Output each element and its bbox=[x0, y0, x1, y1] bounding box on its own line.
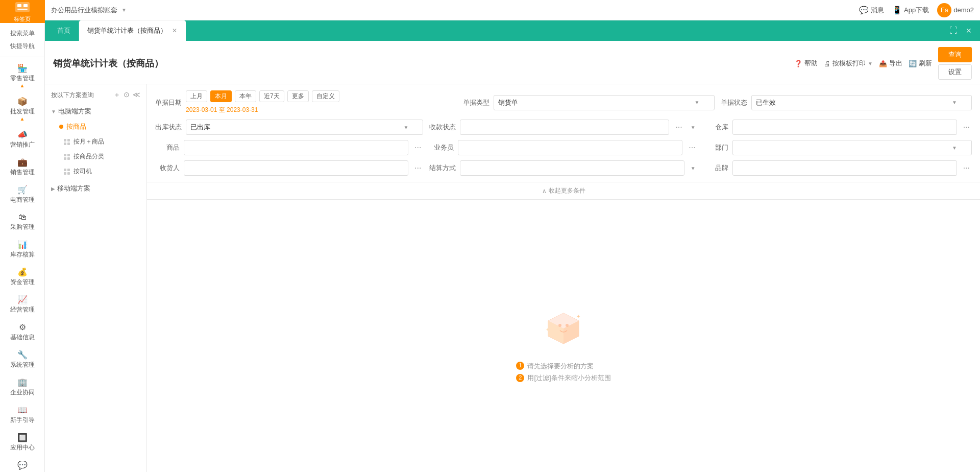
product-dots[interactable]: ··· bbox=[412, 143, 423, 152]
tab-home-label: 首页 bbox=[57, 26, 70, 35]
help-btn[interactable]: ❓ 帮助 bbox=[794, 59, 818, 68]
bill-status-chevron: ▼ bbox=[952, 100, 957, 105]
consignee-input[interactable] bbox=[184, 160, 408, 176]
date-btn-more[interactable]: 更多 bbox=[287, 90, 309, 102]
sidebar-item-marketing[interactable]: 📣 营销推广 bbox=[0, 126, 44, 153]
message-btn[interactable]: 💬 消息 bbox=[859, 6, 884, 15]
svg-rect-3 bbox=[17, 9, 28, 10]
receipt-dots[interactable]: ··· bbox=[673, 123, 684, 132]
sidebar-item-finance[interactable]: 💰 资金管理 bbox=[0, 263, 44, 291]
sidebar-item-inventory[interactable]: 📊 库存核算 bbox=[0, 235, 44, 263]
template-print-btn[interactable]: 🖨 按模板打印 ▼ bbox=[824, 59, 873, 68]
quick-nav-btn[interactable]: 快捷导航 bbox=[6, 40, 39, 53]
user-area[interactable]: Ea demo2 bbox=[937, 3, 974, 17]
sidebar-item-retail[interactable]: 🏪 零售管理 ▲ bbox=[0, 59, 44, 92]
sales-icon: 💼 bbox=[17, 157, 28, 167]
collapse-bar[interactable]: ∧ 收起更多条件 bbox=[147, 182, 980, 200]
sidebar-item-purchase[interactable]: 🛍 采购管理 bbox=[0, 208, 44, 235]
date-btn-this-year[interactable]: 本年 bbox=[235, 90, 256, 102]
brand-input[interactable] bbox=[732, 160, 957, 176]
date-btn-last-month[interactable]: 上月 bbox=[186, 90, 207, 102]
app-download-btn[interactable]: 📱 App下载 bbox=[892, 6, 929, 15]
tree-panel-header: 按以下方案查询 ＋ ⊙ ≪ bbox=[45, 88, 146, 102]
sidebar-item-enterprise[interactable]: 🏢 企业协同 bbox=[0, 373, 44, 401]
maximize-btn[interactable]: ⛶ bbox=[945, 26, 962, 35]
filter-row-2: 出库状态 已出库 ▼ 收款状态 ··· ▼ bbox=[155, 120, 972, 135]
print-icon: 🖨 bbox=[824, 60, 830, 67]
tree-item-by-category[interactable]: 按商品分类 bbox=[45, 149, 146, 164]
tree-group-pc-header[interactable]: ▼ 电脑端方案 bbox=[45, 104, 146, 119]
department-chevron: ▼ bbox=[952, 145, 957, 151]
svg-rect-13 bbox=[67, 169, 70, 171]
tree-add-btn[interactable]: ＋ bbox=[113, 90, 120, 100]
wholesale-arrow: ▲ bbox=[20, 116, 25, 122]
receipt-input[interactable] bbox=[460, 120, 669, 135]
sidebar-item-apps[interactable]: 🔲 应用中心 bbox=[0, 429, 44, 456]
setting-button[interactable]: 设置 bbox=[938, 64, 972, 80]
marketing-icon: 📣 bbox=[17, 130, 28, 139]
date-btn-7days[interactable]: 近7天 bbox=[259, 90, 284, 102]
help-icon: ❓ bbox=[794, 60, 802, 67]
svg-rect-9 bbox=[67, 154, 70, 156]
date-btn-this-month[interactable]: 本月 bbox=[210, 90, 232, 102]
tab-home[interactable]: 首页 bbox=[49, 20, 79, 41]
department-select[interactable]: ▼ bbox=[732, 140, 972, 155]
by-product-dot bbox=[59, 125, 63, 129]
sidebar-item-wholesale[interactable]: 📦 批发管理 ▲ bbox=[0, 92, 44, 126]
tree-group-mobile-header[interactable]: ▶ 移动端方案 bbox=[45, 181, 146, 196]
svg-text:✦: ✦ bbox=[576, 314, 580, 319]
svg-rect-12 bbox=[64, 169, 66, 171]
sidebar-item-ecommerce[interactable]: 🛒 电商管理 bbox=[0, 181, 44, 208]
warehouse-dots[interactable]: ··· bbox=[961, 123, 972, 132]
tree-panel: 按以下方案查询 ＋ ⊙ ≪ ▼ 电脑端方案 按商品 bbox=[45, 84, 147, 472]
guide-icon: 📖 bbox=[17, 405, 28, 415]
svg-rect-8 bbox=[64, 154, 66, 156]
query-btns: 查询 设置 bbox=[938, 47, 972, 80]
outbound-select[interactable]: 已出库 ▼ bbox=[186, 120, 423, 135]
sidebar-item-basic[interactable]: ⚙ 基础信息 bbox=[0, 318, 44, 346]
tree-edit-btn[interactable]: ⊙ bbox=[124, 90, 130, 100]
sidebar-item-system[interactable]: 🔧 系统管理 bbox=[0, 346, 44, 373]
tab-sales-stat[interactable]: 销货单统计计表（按商品） ✕ bbox=[79, 20, 186, 41]
top-header: 办公用品行业模拟账套 ▼ 💬 消息 📱 App下载 Ea demo2 bbox=[45, 0, 980, 20]
tab-sales-stat-label: 销货单统计计表（按商品） bbox=[87, 26, 167, 35]
tree-item-by-cashier[interactable]: 按司机 bbox=[45, 164, 146, 179]
industry-label: 办公用品行业模拟账套 bbox=[51, 6, 117, 15]
settlement-input[interactable] bbox=[460, 160, 684, 176]
product-input[interactable] bbox=[184, 140, 408, 155]
retail-arrow: ▲ bbox=[20, 83, 25, 88]
bill-type-select[interactable]: 销货单 ▼ bbox=[494, 95, 715, 110]
tab-close-icon[interactable]: ✕ bbox=[172, 27, 177, 34]
filter-row-1: 单据日期 上月 本月 本年 近7天 更多 自定义 20 bbox=[155, 90, 972, 114]
refresh-btn[interactable]: 🔄 刷新 bbox=[909, 59, 932, 68]
warehouse-input[interactable] bbox=[732, 120, 957, 135]
tree-collapse-btn[interactable]: ≪ bbox=[133, 90, 140, 100]
sidebar-item-operation[interactable]: 📈 经营管理 bbox=[0, 291, 44, 318]
page-header: 销货单统计计表（按商品） ❓ 帮助 🖨 按模板打印 ▼ 📤 导出 🔄 刷新 bbox=[45, 41, 980, 84]
tree-item-by-month-product[interactable]: 按月＋商品 bbox=[45, 134, 146, 149]
search-menu-btn[interactable]: 搜索菜单 bbox=[6, 27, 39, 40]
apps-icon: 🔲 bbox=[17, 433, 28, 442]
inventory-icon: 📊 bbox=[17, 240, 28, 249]
query-button[interactable]: 查询 bbox=[938, 47, 972, 62]
collapse-up-icon: ∧ bbox=[542, 187, 547, 195]
bill-type-chevron: ▼ bbox=[695, 100, 700, 105]
bill-status-select[interactable]: 已生效 ▼ bbox=[751, 95, 972, 110]
main-wrapper: 办公用品行业模拟账套 ▼ 💬 消息 📱 App下载 Ea demo2 首页 销货… bbox=[45, 0, 980, 472]
sidebar-item-wechat[interactable]: 💬 企业微信 bbox=[0, 456, 44, 472]
tree-item-by-product[interactable]: 按商品 bbox=[45, 119, 146, 134]
svg-rect-6 bbox=[64, 143, 66, 145]
sidebar-item-guide[interactable]: 📖 新手引导 bbox=[0, 401, 44, 429]
salesperson-dots[interactable]: ··· bbox=[687, 143, 697, 152]
date-btn-custom[interactable]: 自定义 bbox=[312, 90, 339, 102]
consignee-dots[interactable]: ··· bbox=[412, 163, 423, 173]
svg-rect-2 bbox=[23, 4, 28, 7]
wholesale-icon: 📦 bbox=[17, 97, 28, 106]
close-page-btn[interactable]: ✕ bbox=[962, 27, 976, 35]
sidebar-item-sales[interactable]: 💼 销售管理 bbox=[0, 153, 44, 181]
export-btn[interactable]: 📤 导出 bbox=[879, 59, 902, 68]
app-logo: 标签页 bbox=[0, 0, 45, 23]
salesperson-input[interactable] bbox=[458, 140, 682, 155]
svg-rect-4 bbox=[64, 139, 66, 141]
brand-dots[interactable]: ··· bbox=[961, 163, 972, 173]
